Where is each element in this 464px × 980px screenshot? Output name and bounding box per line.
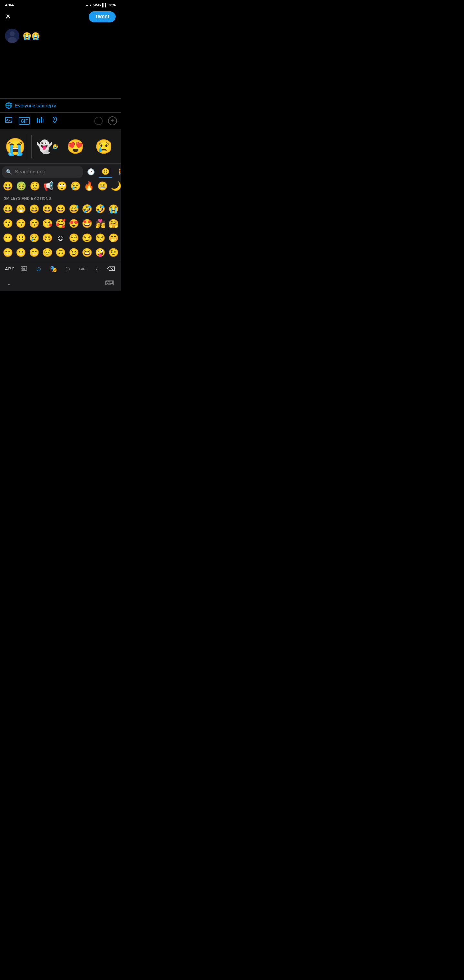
reply-setting[interactable]: 🌐 Everyone can reply <box>0 98 121 113</box>
emoji-star-struck[interactable]: 🤩 <box>81 216 93 231</box>
emoji-rolling-laugh[interactable]: 🤣 <box>94 202 106 216</box>
recent-emoji-9[interactable]: 🌙 <box>110 180 121 192</box>
emoji-hugging[interactable]: 🤗 <box>107 216 119 231</box>
emoji-heart-eyes[interactable]: 😍 <box>67 216 80 231</box>
emoji-zany[interactable]: 🤪 <box>94 246 106 259</box>
collapse-button[interactable]: ⌄ <box>6 279 12 287</box>
tweet-content[interactable]: 😭😭 <box>22 29 116 43</box>
keyboard-bottom-toolbar: ABC 🖼 ☺ 🎭 ( ) GIF :-) ⌫ <box>0 261 121 277</box>
tab-recent[interactable]: 🕐 <box>84 166 98 178</box>
close-button[interactable]: ✕ <box>5 13 11 21</box>
emoji-kissing[interactable]: 😗 <box>1 216 14 231</box>
avatar <box>5 29 19 43</box>
emoji-loudly-crying[interactable]: 😭 <box>107 202 119 216</box>
char-count-circle <box>94 117 103 125</box>
emoji-relieved[interactable]: 😌 <box>67 231 80 245</box>
keyboard-icon[interactable]: ⌨ <box>105 279 114 287</box>
emoji-category-label: SMILEYS AND EMOTIONS <box>0 194 121 201</box>
tweet-button[interactable]: Tweet <box>89 11 116 22</box>
svg-rect-8 <box>41 117 42 123</box>
recent-emoji-1[interactable]: 😀 <box>1 180 14 192</box>
emoji-squint-laugh[interactable]: 😆 <box>54 202 67 216</box>
svg-rect-3 <box>5 29 19 43</box>
emoji-smiling-hearts[interactable]: 🥰 <box>54 216 67 231</box>
bottom-bar: ⌄ ⌨ <box>0 277 121 291</box>
emoji-squinting[interactable]: 😆 <box>81 246 93 259</box>
emoji-search-input[interactable] <box>15 169 79 175</box>
emoji-beaming[interactable]: 😁 <box>14 202 27 216</box>
add-content-button[interactable]: + <box>108 116 117 126</box>
emoji-couple-kiss[interactable]: 💏 <box>94 216 106 231</box>
emoji-sticker-panel: 😭 👻😭 😍 😢 😡 <box>0 129 121 164</box>
gif-kb-button[interactable]: 🎭 <box>46 263 60 275</box>
emoji-kissing-closed[interactable]: 😚 <box>28 216 40 231</box>
location-button[interactable] <box>50 115 60 126</box>
tab-people[interactable]: 🚶 <box>113 166 121 178</box>
emoji-kissing-smile[interactable]: 😙 <box>14 216 27 231</box>
emoji-raised-eyebrow[interactable]: 🤨 <box>107 246 119 259</box>
emoji-upside-down[interactable]: 🙃 <box>54 246 67 259</box>
recent-emoji-6[interactable]: 😢 <box>69 180 82 192</box>
search-icon: 🔍 <box>6 169 12 175</box>
recent-emoji-3[interactable]: 😟 <box>29 180 41 192</box>
emoji-neutral[interactable]: 😐 <box>14 246 27 259</box>
svg-rect-6 <box>37 118 38 123</box>
emoji-hand-mouth[interactable]: 🤭 <box>107 231 119 245</box>
sticker-ghost-crying[interactable]: 👻😭 <box>34 134 60 159</box>
signal-icon: ▌▌ <box>102 3 107 7</box>
svg-point-10 <box>54 118 56 119</box>
compose-area: 😭😭 <box>0 25 121 47</box>
emoji-expressionless2[interactable]: 😑 <box>28 246 40 259</box>
emoji-blowing-kiss[interactable]: 😘 <box>41 216 54 231</box>
emoji-search-bar[interactable]: 🔍 <box>2 166 83 178</box>
emoji-sweat-laugh[interactable]: 😅 <box>67 202 80 216</box>
emoji-smiling[interactable]: 😊 <box>41 231 54 245</box>
emoji-kb-button[interactable]: ☺ <box>32 263 46 275</box>
emoji-no-mouth[interactable]: 😶 <box>1 231 14 245</box>
sticker-kb-button[interactable]: 🖼 <box>17 263 32 275</box>
emoji-rofl[interactable]: 🤣 <box>81 202 93 216</box>
status-icons: ▲▲ WiFi ▌▌ 93% <box>85 3 116 7</box>
svg-rect-9 <box>43 118 43 123</box>
battery-icon: 93% <box>109 3 116 7</box>
recent-emoji-5[interactable]: 🙄 <box>56 180 68 192</box>
abc-button[interactable]: ABC <box>3 264 17 274</box>
recent-emoji-row: 😀 🤢 😟 📢 🙄 😢 🔥 😬 🌙 <box>0 178 121 194</box>
emoji-big-grin[interactable]: 😃 <box>41 202 54 216</box>
svg-rect-4 <box>5 117 12 123</box>
recent-emoji-2[interactable]: 🤢 <box>15 180 28 192</box>
gif-button[interactable]: GIF <box>19 117 30 125</box>
sticker-crying[interactable]: 😭 <box>3 134 29 159</box>
sticker-row: 😭 👻😭 😍 😢 😡 <box>3 132 118 161</box>
recent-emoji-7[interactable]: 🔥 <box>83 180 95 192</box>
network-icon: ▲▲ <box>85 3 92 7</box>
emoji-slightly-smiling[interactable]: 🙂 <box>14 231 27 245</box>
status-bar: 4:04 ▲▲ WiFi ▌▌ 93% <box>0 0 121 9</box>
emoji-relaxed[interactable]: ☺️ <box>54 231 67 245</box>
recent-emoji-4[interactable]: 📢 <box>42 180 55 192</box>
tweet-text[interactable]: 😭😭 <box>22 31 116 41</box>
delete-button[interactable]: ⌫ <box>104 263 118 274</box>
compose-space[interactable] <box>0 47 121 98</box>
emoji-cry-tear[interactable]: 😢 <box>28 231 40 245</box>
sticker-heart-eyes-crying[interactable]: 😍 <box>62 134 88 159</box>
emoji-wink[interactable]: 😉 <box>67 246 80 259</box>
poll-button[interactable] <box>35 115 45 126</box>
top-bar: ✕ Tweet <box>0 9 121 25</box>
emoji-pensive[interactable]: 😔 <box>41 246 54 259</box>
gif-label-button[interactable]: GIF <box>75 265 89 274</box>
tab-smileys[interactable]: 🙂 <box>99 166 112 178</box>
emoji-expressionless[interactable]: 😑 <box>1 246 14 259</box>
emoji-grid: 😀 😁 😄 😃 😆 😅 🤣 🤣 😭 😗 😙 😚 😘 🥰 😍 🤩 💏 🤗 😶 🙂 … <box>0 201 121 261</box>
kaomoji-button[interactable]: ( ) <box>60 264 75 274</box>
emoji-smirk[interactable]: 😏 <box>81 231 93 245</box>
emoji-unamused[interactable]: 😒 <box>94 231 106 245</box>
status-time: 4:04 <box>5 3 14 7</box>
emoji-keyboard: 🔍 🕐 🙂 🚶 🎭 🎮 ▶ 😀 🤢 😟 📢 🙄 😢 🔥 😬 🌙 SMILEYS … <box>0 164 121 277</box>
emoticon-button[interactable]: :-) <box>89 265 104 274</box>
recent-emoji-8[interactable]: 😬 <box>96 180 109 192</box>
emoji-grin[interactable]: 😄 <box>28 202 40 216</box>
image-button[interactable] <box>4 115 14 126</box>
sticker-sad-crying[interactable]: 😢 <box>91 134 117 159</box>
emoji-grinning[interactable]: 😀 <box>1 202 14 216</box>
